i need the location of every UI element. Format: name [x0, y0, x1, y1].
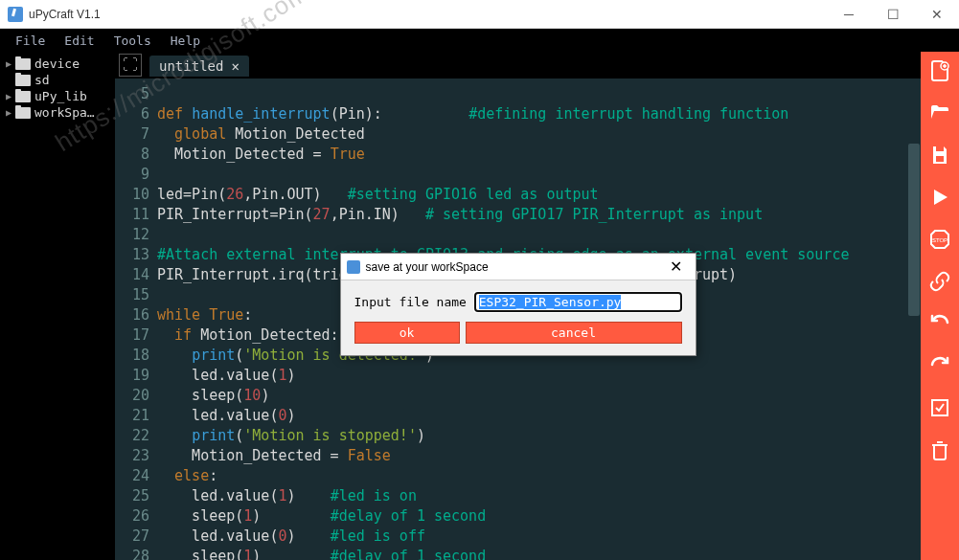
window-title: uPyCraft V1.1 — [29, 8, 101, 21]
filename-label: Input file name — [354, 295, 474, 309]
dialog-close-icon[interactable]: ✕ — [657, 258, 696, 276]
tree-label: workSpa… — [34, 105, 95, 120]
maximize-button[interactable]: ☐ — [871, 0, 915, 29]
folder-icon — [15, 58, 31, 70]
ok-button[interactable]: ok — [354, 322, 460, 344]
dialog-body: Input file name ok cancel — [341, 280, 696, 355]
folder-icon — [15, 107, 31, 119]
undo-icon[interactable] — [926, 310, 953, 337]
workspace: ▶device sd ▶uPy_lib ▶workSpa… ⛶ untitled… — [0, 52, 959, 560]
svg-rect-1 — [936, 146, 944, 151]
connect-icon[interactable] — [926, 268, 953, 295]
dialog-titlebar: save at your workSpace ✕ — [341, 254, 696, 280]
svg-rect-2 — [936, 156, 944, 162]
titlebar: uPyCraft V1.1 ─ ☐ ✕ — [0, 0, 959, 29]
right-toolbar: STOP — [921, 52, 959, 560]
tree-item-upylib[interactable]: ▶uPy_lib — [0, 88, 115, 104]
stop-icon[interactable]: STOP — [926, 226, 953, 253]
tree-label: device — [34, 56, 80, 71]
svg-text:STOP: STOP — [932, 237, 948, 243]
filename-input[interactable] — [474, 292, 682, 312]
tree-item-workspace[interactable]: ▶workSpa… — [0, 104, 115, 121]
save-icon[interactable] — [926, 142, 953, 168]
menu-help[interactable]: Help — [161, 34, 210, 48]
menu-file[interactable]: File — [6, 34, 55, 48]
menu-tools[interactable]: Tools — [104, 34, 161, 48]
app-icon — [347, 260, 360, 274]
open-file-icon[interactable] — [926, 100, 953, 126]
sidebar: ▶device sd ▶uPy_lib ▶workSpa… — [0, 52, 115, 560]
tree-label: uPy_lib — [34, 89, 87, 103]
new-file-icon[interactable] — [926, 57, 953, 84]
run-icon[interactable] — [926, 184, 953, 211]
clear-icon[interactable] — [926, 437, 953, 463]
minimize-button[interactable]: ─ — [827, 0, 871, 29]
folder-icon — [15, 91, 31, 102]
cancel-button[interactable]: cancel — [466, 322, 682, 344]
folder-icon — [15, 75, 31, 86]
dialog-title: save at your workSpace — [366, 260, 489, 274]
tree-item-device[interactable]: ▶device — [0, 56, 115, 72]
check-icon[interactable] — [926, 394, 953, 421]
editor-area: ⛶ untitled ✕ 567891011121314151617181920… — [115, 52, 921, 560]
menubar: File Edit Tools Help — [0, 29, 959, 52]
menu-edit[interactable]: Edit — [55, 34, 103, 48]
close-button[interactable]: ✕ — [915, 0, 959, 29]
window-controls: ─ ☐ ✕ — [827, 0, 959, 29]
save-dialog: save at your workSpace ✕ Input file name… — [340, 253, 696, 356]
redo-icon[interactable] — [926, 352, 953, 379]
tree-item-sd[interactable]: sd — [0, 72, 115, 88]
tree-label: sd — [34, 73, 50, 87]
dialog-overlay: save at your workSpace ✕ Input file name… — [115, 52, 921, 560]
app-icon — [8, 7, 23, 22]
